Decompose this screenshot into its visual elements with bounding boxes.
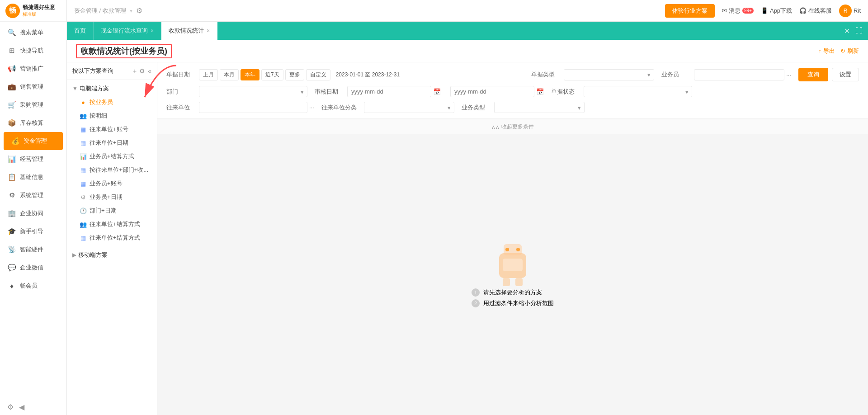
right-panel: 单据日期 上月 本月 本年 近7天 更多 自定义 2023-01-01 至 20…: [157, 62, 868, 415]
review-date-start[interactable]: [347, 86, 431, 97]
basic-info-icon: 📋: [7, 173, 16, 182]
sidebar-item-basic-info[interactable]: 📋 基础信息: [0, 168, 66, 186]
export-icon: ↑: [819, 47, 822, 54]
biz-type-select-wrap: [494, 102, 585, 113]
tree-item-by-detail[interactable]: 👥 按明细: [67, 109, 157, 123]
footer-settings-icon[interactable]: ⚙: [7, 403, 14, 411]
dept-select[interactable]: [199, 86, 307, 97]
partner-wrap: ···: [199, 102, 314, 113]
partner-input[interactable]: [199, 102, 307, 113]
sidebar-item-smart-hw[interactable]: 📡 智能硬件: [0, 241, 66, 259]
tree-item-partner-dept-receipt[interactable]: ▦ 按往来单位+部门+收...: [67, 163, 157, 177]
tree-item-salesman-account[interactable]: ▦ 业务员+账号: [67, 177, 157, 190]
panel-header: 按以下方案查询 + ⚙ «: [67, 62, 157, 80]
doc-type-select[interactable]: [564, 69, 654, 80]
partner-date-icon: ▦: [80, 139, 87, 146]
tree-item-dept-date[interactable]: 🕐 部门+日期: [67, 204, 157, 217]
sidebar-item-enterprise[interactable]: 🏢 企业协同: [0, 204, 66, 222]
tab-window-expand-icon[interactable]: ⛶: [855, 27, 863, 35]
date-dash: —: [443, 88, 448, 95]
date-btn-more[interactable]: 更多: [285, 69, 304, 80]
query-btn[interactable]: 查询: [798, 68, 828, 81]
tab-bank-flow[interactable]: 现金银行流水查询 ×: [94, 22, 161, 40]
tree-item-partner-settlement1[interactable]: 👥 往来单位+结算方式: [67, 217, 157, 231]
topbar-gear-icon[interactable]: ⚙: [136, 6, 142, 15]
salesman-wrap: ···: [694, 69, 791, 80]
online-service-btn[interactable]: 🎧 在线客服: [799, 7, 832, 15]
sidebar-item-inventory[interactable]: 📦 库存核算: [0, 114, 66, 132]
partner-category-select[interactable]: [364, 102, 454, 113]
tab-receipt-stats[interactable]: 收款情况统计 ×: [161, 22, 217, 40]
review-date-end-calendar-icon[interactable]: 📅: [536, 88, 544, 95]
review-date-end[interactable]: [450, 86, 534, 97]
date-btn-7days[interactable]: 近7天: [261, 69, 283, 80]
tab-home[interactable]: 首页: [67, 22, 94, 40]
message-btn[interactable]: ✉ 消息 99+: [722, 7, 754, 15]
salesman-more-icon[interactable]: ···: [786, 71, 791, 78]
tree-mobile-header[interactable]: ▶ 移动端方案: [67, 248, 157, 262]
tree-item-salesman-settlement[interactable]: 📊 业务员+结算方式: [67, 150, 157, 163]
by-salesman-icon: ●: [80, 99, 87, 106]
trial-btn[interactable]: 体验行业方案: [665, 4, 715, 18]
partner-more-icon[interactable]: ···: [309, 104, 314, 111]
user-avatar[interactable]: R Rit: [839, 5, 861, 17]
sidebar-item-system[interactable]: ⚙ 系统管理: [0, 186, 66, 204]
by-detail-icon: 👥: [80, 112, 87, 119]
date-btn-custom[interactable]: 自定义: [306, 69, 330, 80]
settings-btn[interactable]: 设置: [832, 68, 859, 81]
panel-collapse-btn[interactable]: «: [148, 67, 151, 75]
panel-add-btn[interactable]: +: [133, 67, 137, 75]
tab-window-close-icon[interactable]: ✕: [844, 27, 850, 35]
panel-header-actions: + ⚙ «: [133, 67, 151, 75]
left-panel: 按以下方案查询 + ⚙ « ▼ 电脑端方案 ● 按业务员 👥 按: [67, 62, 157, 415]
app-download-btn[interactable]: 📱 App下载: [761, 7, 792, 15]
sidebar-item-purchase[interactable]: 🛒 采购管理: [0, 96, 66, 114]
footer-collapse-icon[interactable]: ◀: [19, 403, 24, 411]
sidebar-item-quick-nav[interactable]: ⊞ 快捷导航: [0, 42, 66, 60]
empty-state: 1 请先选择要分析的方案 2 用过滤条件来缩小分析范围: [472, 240, 554, 310]
sidebar-item-guide[interactable]: 🎓 新手引导: [0, 222, 66, 241]
refresh-btn[interactable]: ↻ 刷新: [840, 47, 859, 55]
sidebar: 畅 畅捷通好生意 标准版 🔍 搜索菜单 ⊞ 快捷导航 📢 营销推广 💼 销售管理…: [0, 0, 67, 415]
salesman-account-icon: ▦: [80, 180, 87, 187]
tab-receipt-stats-close-icon[interactable]: ×: [207, 28, 210, 34]
sidebar-item-operation[interactable]: 📊 经营管理: [0, 150, 66, 168]
sidebar-item-wechat[interactable]: 💬 企业微信: [0, 259, 66, 277]
tab-bank-flow-close-icon[interactable]: ×: [151, 28, 154, 34]
empty-step-1: 1 请先选择要分析的方案: [472, 288, 554, 297]
topbar-right: 体验行业方案 ✉ 消息 99+ 📱 App下载 🎧 在线客服 R Rit: [665, 4, 861, 18]
date-btn-this-month[interactable]: 本月: [220, 69, 239, 80]
tree-item-salesman-date[interactable]: ⚙ 业务员+日期: [67, 190, 157, 204]
empty-tips: 1 请先选择要分析的方案 2 用过滤条件来缩小分析范围: [472, 288, 554, 310]
sidebar-item-member[interactable]: ♦ 畅会员: [0, 277, 66, 295]
search-menu-icon: 🔍: [7, 28, 16, 37]
date-btn-this-year[interactable]: 本年: [241, 69, 259, 80]
date-btn-last-month[interactable]: 上月: [199, 69, 218, 80]
export-btn[interactable]: ↑ 导出: [819, 47, 835, 55]
sidebar-footer: ⚙ ◀: [0, 399, 66, 415]
sidebar-item-marketing[interactable]: 📢 营销推广: [0, 60, 66, 78]
logo-text: 畅捷通好生意 标准版: [23, 4, 55, 18]
tree-desktop-header[interactable]: ▼ 电脑端方案: [67, 82, 157, 95]
partner-settlement2-icon: ▦: [80, 234, 87, 241]
collapse-bar[interactable]: ∧∧ 收起更多条件: [157, 119, 868, 134]
collapse-label: 收起更多条件: [501, 123, 534, 131]
sidebar-nav: 🔍 搜索菜单 ⊞ 快捷导航 📢 营销推广 💼 销售管理 🛒 采购管理 📦 库存核…: [0, 22, 66, 399]
tree-item-partner-date[interactable]: ▦ 往来单位+日期: [67, 136, 157, 150]
empty-tip-1: 请先选择要分析的方案: [483, 288, 542, 297]
sidebar-item-sales[interactable]: 💼 销售管理: [0, 78, 66, 96]
panel-settings-btn[interactable]: ⚙: [139, 67, 145, 75]
wechat-icon: 💬: [7, 263, 16, 272]
sidebar-item-finance[interactable]: 💰 资金管理: [4, 132, 63, 150]
tree-item-by-salesman[interactable]: ● 按业务员: [67, 95, 157, 109]
sidebar-item-search-menu[interactable]: 🔍 搜索菜单: [0, 24, 66, 42]
doc-status-select[interactable]: [584, 86, 692, 97]
tree-item-partner-account[interactable]: ▦ 往来单位+账号: [67, 123, 157, 136]
tree-item-partner-settlement2[interactable]: ▦ 往来单位+结算方式: [67, 231, 157, 245]
salesman-input[interactable]: [694, 69, 784, 80]
dept-label: 部门: [166, 88, 192, 96]
review-date-start-calendar-icon[interactable]: 📅: [433, 88, 441, 95]
partner-account-icon: ▦: [80, 126, 87, 133]
step-num-1: 1: [472, 288, 480, 297]
biz-type-select[interactable]: [494, 102, 585, 113]
